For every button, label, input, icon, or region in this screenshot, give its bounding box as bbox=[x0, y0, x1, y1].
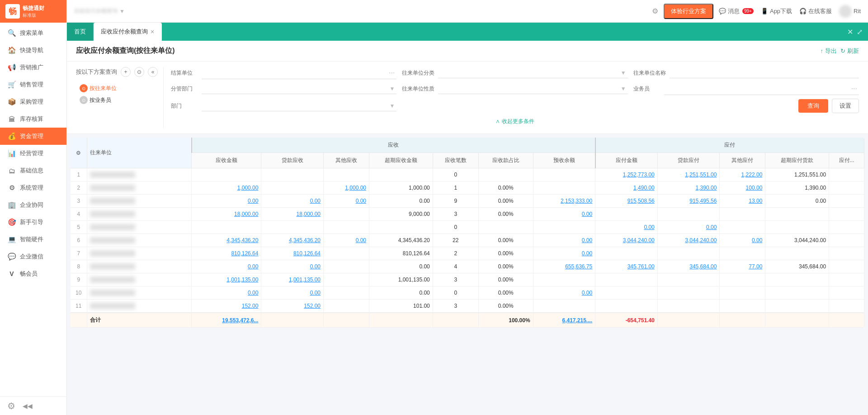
partner-nature-select[interactable]: ▼ bbox=[438, 84, 627, 94]
table-cell[interactable]: 915,495.56 bbox=[657, 195, 720, 208]
table-cell[interactable]: 3,044,240.00 bbox=[595, 234, 658, 247]
table-cell[interactable]: 655,636.75 bbox=[533, 260, 595, 273]
sidebar-item-inventory[interactable]: 🏛 库存核算 bbox=[0, 110, 66, 128]
sidebar-item-sales[interactable]: 🛒 销售管理 bbox=[0, 76, 66, 93]
table-cell[interactable]: 0.00 bbox=[192, 195, 261, 208]
export-button[interactable]: ↑ 导出 bbox=[821, 47, 837, 55]
footer-ar-advance[interactable]: 6,417,215.... bbox=[533, 313, 595, 328]
table-cell[interactable]: 4,345,436.20 bbox=[261, 234, 324, 247]
filter-settings-btn[interactable]: ⊙ bbox=[134, 67, 144, 77]
sidebar-item-marketing[interactable]: 📢 营销推广 bbox=[0, 59, 66, 76]
refresh-button[interactable]: ↻ 刷新 bbox=[840, 47, 859, 55]
table-cell[interactable]: 915,508.56 bbox=[595, 195, 658, 208]
scheme-by-employee[interactable]: ⊙ 按业务员 bbox=[76, 94, 158, 106]
promo-button[interactable]: 体验行业方案 bbox=[664, 4, 713, 19]
table-cell[interactable]: 0.00 bbox=[720, 234, 765, 247]
table-cell: 10 bbox=[71, 286, 87, 300]
table-cell[interactable]: 0.00 bbox=[595, 221, 658, 234]
table-cell[interactable]: 0.00 bbox=[533, 247, 595, 260]
table-cell[interactable]: 77.00 bbox=[720, 260, 765, 273]
table-cell[interactable]: 1,490.00 bbox=[595, 181, 658, 195]
filter-collapse-btn[interactable]: « bbox=[148, 67, 158, 77]
tab-home[interactable]: 首页 bbox=[67, 23, 94, 41]
sidebar-nav: 🔍 搜索菜单 🏠 快捷导航 📢 营销推广 🛒 销售管理 📦 采购管理 🏛 库存核… bbox=[0, 23, 66, 396]
sidebar-item-quicknav[interactable]: 🏠 快捷导航 bbox=[0, 42, 66, 59]
footer-collapse-icon[interactable]: ◀◀ bbox=[23, 402, 33, 410]
table-cell: 0.00% bbox=[478, 247, 533, 260]
table-cell[interactable]: 1,390.00 bbox=[657, 181, 720, 195]
table-cell[interactable]: 0.00 bbox=[261, 195, 324, 208]
table-cell: 3 bbox=[433, 208, 478, 221]
sidebar-item-base[interactable]: 🗂 基础信息 bbox=[0, 162, 66, 179]
table-cell[interactable]: 152.00 bbox=[192, 300, 261, 313]
online-service-action[interactable]: 🎧 在线客服 bbox=[799, 7, 832, 15]
th-settings-gear[interactable]: ⚙ bbox=[71, 138, 87, 168]
footer-ar-amount[interactable]: 19,553,472,6... bbox=[192, 313, 261, 328]
table-cell[interactable]: 1,000.00 bbox=[324, 181, 369, 195]
table-cell[interactable]: 2,153,333.00 bbox=[533, 195, 595, 208]
table-cell[interactable]: 345,684.00 bbox=[657, 260, 720, 273]
tab-close-window-icon[interactable]: ✕ bbox=[847, 28, 853, 36]
sidebar-item-hardware[interactable]: 💻 智能硬件 bbox=[0, 231, 66, 248]
sidebar-label-wechat: 企业微信 bbox=[20, 253, 43, 261]
table-cell[interactable]: 1,001,135.00 bbox=[261, 273, 324, 286]
salesperson-input[interactable]: ··· bbox=[664, 83, 859, 95]
tab-close-icon[interactable]: × bbox=[151, 28, 154, 35]
table-cell[interactable]: 13.00 bbox=[720, 195, 765, 208]
table-cell: 345,684.00 bbox=[765, 260, 829, 273]
table-cell[interactable]: 0.00 bbox=[192, 286, 261, 300]
sidebar-item-operation[interactable]: 📊 经营管理 bbox=[0, 145, 66, 162]
dept-select[interactable]: ▼ bbox=[202, 84, 396, 94]
tab-ar-balance[interactable]: 应收应付余额查询 × bbox=[94, 23, 162, 41]
sidebar-item-finance[interactable]: 💰 资金管理 bbox=[0, 128, 66, 145]
table-cell[interactable]: 0.00 bbox=[533, 208, 595, 221]
sidebar-item-search[interactable]: 🔍 搜索菜单 bbox=[0, 24, 66, 42]
table-cell[interactable]: 0.00 bbox=[324, 234, 369, 247]
filter-add-btn[interactable]: + bbox=[121, 67, 131, 77]
table-cell[interactable]: 1,251,551.00 bbox=[657, 168, 720, 181]
department-select[interactable]: ▼ bbox=[202, 101, 396, 111]
table-cell[interactable]: 810,126.64 bbox=[192, 247, 261, 260]
scheme-by-partner[interactable]: ⊙ 按往来单位 bbox=[76, 82, 158, 94]
table-cell[interactable]: 0.00 bbox=[657, 221, 720, 234]
app-download-action[interactable]: 📱 App下载 bbox=[761, 7, 792, 15]
query-button[interactable]: 查询 bbox=[798, 99, 828, 113]
table-cell[interactable]: 18,000.00 bbox=[192, 208, 261, 221]
sidebar-item-member[interactable]: V 畅会员 bbox=[0, 265, 66, 282]
table-cell[interactable]: 1,000.00 bbox=[192, 181, 261, 195]
table-cell bbox=[478, 221, 533, 234]
sidebar-item-guide[interactable]: 🎯 新手引导 bbox=[0, 214, 66, 231]
table-cell[interactable]: 1,222.00 bbox=[720, 168, 765, 181]
partner-name-input[interactable] bbox=[670, 68, 859, 78]
table-cell[interactable]: 3,044,240.00 bbox=[657, 234, 720, 247]
user-avatar-area[interactable]: Rit bbox=[839, 5, 861, 18]
message-action[interactable]: 💬 消息 99+ bbox=[719, 7, 754, 15]
footer-settings-icon[interactable]: ⚙ bbox=[7, 401, 15, 411]
settlement-unit-input[interactable]: ··· bbox=[202, 67, 396, 79]
table-cell[interactable]: 1,252,773.00 bbox=[595, 168, 658, 181]
sidebar-item-wechat[interactable]: 💬 企业微信 bbox=[0, 248, 66, 265]
table-cell[interactable]: 0.00 bbox=[261, 286, 324, 300]
table-cell[interactable]: 18,000.00 bbox=[261, 208, 324, 221]
table-cell[interactable]: 0.00 bbox=[533, 286, 595, 300]
sidebar-item-company[interactable]: 🏢 企业协同 bbox=[0, 196, 66, 214]
table-cell[interactable]: 0.00 bbox=[192, 260, 261, 273]
table-row: 100.000.000.0000.00%0.00 bbox=[71, 286, 864, 300]
settings-button[interactable]: 设置 bbox=[832, 99, 859, 113]
table-cell[interactable]: 1,001,135.00 bbox=[192, 273, 261, 286]
partner-type-select[interactable]: ▼ bbox=[438, 68, 627, 78]
logo-icon: 畅 bbox=[5, 4, 20, 19]
table-cell[interactable]: 0.00 bbox=[261, 260, 324, 273]
table-cell[interactable]: 0.00 bbox=[324, 195, 369, 208]
tab-maximize-icon[interactable]: ⤢ bbox=[857, 28, 863, 36]
sidebar-item-system[interactable]: ⚙ 系统管理 bbox=[0, 179, 66, 196]
table-cell[interactable]: 810,126.64 bbox=[261, 247, 324, 260]
table-cell[interactable]: 0.00 bbox=[533, 234, 595, 247]
collapse-more-btn[interactable]: ∧ 收起更多条件 bbox=[171, 115, 859, 128]
table-cell[interactable]: 152.00 bbox=[261, 300, 324, 313]
table-cell[interactable]: 345,761.00 bbox=[595, 260, 658, 273]
table-cell[interactable]: 100.00 bbox=[720, 181, 765, 195]
header-settings-icon[interactable]: ⚙ bbox=[652, 7, 658, 15]
sidebar-item-purchase[interactable]: 📦 采购管理 bbox=[0, 93, 66, 110]
table-cell[interactable]: 4,345,436.20 bbox=[192, 234, 261, 247]
